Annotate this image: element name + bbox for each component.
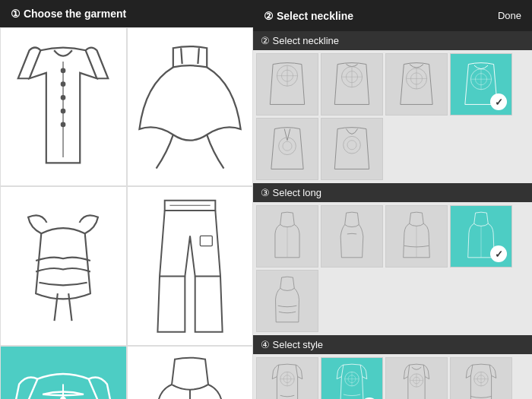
style-option-1[interactable] bbox=[256, 357, 318, 399]
left-title: ① Choose the garment bbox=[11, 8, 126, 20]
long-options: ✓ bbox=[253, 202, 532, 335]
garment-cargo-pants[interactable] bbox=[127, 186, 254, 345]
right-title: ② Select neckline bbox=[264, 10, 353, 22]
section-long-label: ③ Select long bbox=[253, 183, 532, 202]
garment-jacket[interactable]: JACKETS bbox=[0, 346, 127, 399]
style-option-3[interactable] bbox=[385, 357, 448, 399]
long-option-1[interactable] bbox=[256, 205, 318, 268]
neckline-option-1[interactable] bbox=[256, 53, 318, 116]
svg-point-4 bbox=[62, 109, 65, 112]
svg-point-38 bbox=[347, 141, 356, 150]
long-option-5[interactable] bbox=[256, 270, 318, 332]
svg-rect-8 bbox=[200, 236, 212, 245]
garment-bustier[interactable] bbox=[0, 186, 127, 345]
section-style-label: ④ Select style bbox=[253, 335, 532, 354]
style-option-2[interactable]: ✓ bbox=[321, 357, 383, 399]
garment-poncho[interactable] bbox=[127, 27, 254, 186]
svg-point-5 bbox=[62, 123, 65, 126]
neckline-option-6[interactable] bbox=[321, 118, 383, 180]
left-panel: ① Choose the garment bbox=[0, 0, 253, 399]
garment-shirt[interactable] bbox=[0, 27, 127, 186]
svg-point-1 bbox=[62, 69, 65, 72]
left-header: ① Choose the garment bbox=[0, 0, 253, 27]
long-option-2[interactable] bbox=[321, 205, 383, 268]
long-check-4: ✓ bbox=[490, 245, 507, 262]
svg-point-36 bbox=[283, 141, 292, 150]
neckline-option-3[interactable] bbox=[385, 53, 448, 116]
neckline-options: ✓ bbox=[253, 50, 532, 183]
neckline-option-5[interactable] bbox=[256, 118, 318, 180]
svg-line-6 bbox=[55, 293, 58, 321]
svg-line-7 bbox=[68, 293, 71, 321]
svg-point-2 bbox=[62, 83, 65, 86]
svg-point-37 bbox=[344, 136, 361, 154]
svg-point-3 bbox=[62, 97, 65, 100]
garment-jumpsuit[interactable] bbox=[127, 346, 254, 399]
right-panel: ② Select neckline Done ② Select neckline bbox=[253, 0, 532, 399]
section-neckline-label: ② Select neckline bbox=[253, 31, 532, 50]
neckline-option-2[interactable] bbox=[321, 53, 383, 116]
done-button[interactable]: Done bbox=[498, 10, 521, 21]
right-header: ② Select neckline Done bbox=[253, 0, 532, 31]
garment-grid: JACKETS bbox=[0, 27, 253, 399]
style-options: ✓ bbox=[253, 354, 532, 399]
neckline-option-4[interactable]: ✓ bbox=[450, 53, 512, 116]
style-option-4[interactable] bbox=[450, 357, 512, 399]
long-option-4[interactable]: ✓ bbox=[450, 205, 512, 268]
neckline-check-4: ✓ bbox=[490, 93, 507, 110]
long-option-3[interactable] bbox=[385, 205, 448, 268]
